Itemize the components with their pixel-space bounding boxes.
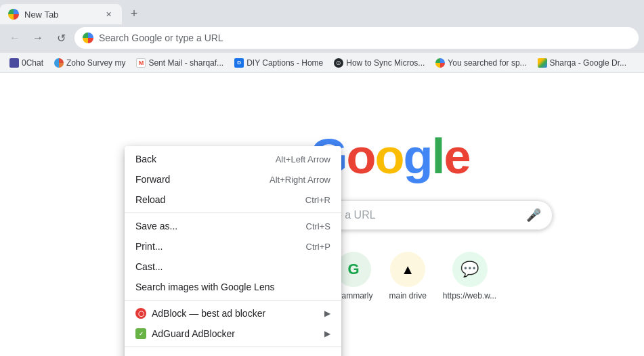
forward-button[interactable]: →	[28, 28, 47, 47]
bookmark-favicon-0chat	[9, 58, 19, 68]
ctx-adblock[interactable]: ◯ AdBlock — best ad blocker ▶	[125, 303, 341, 324]
ctx-view-source[interactable]: View page source Ctrl+U	[125, 350, 341, 356]
adblock-icon: ◯	[135, 308, 146, 319]
ctx-forward-label: Forward	[135, 174, 170, 185]
ctx-back[interactable]: Back Alt+Left Arrow	[125, 149, 341, 169]
ctx-divider-1	[125, 213, 341, 213]
bookmark-favicon-search	[435, 58, 445, 68]
bookmark-label-gmail: Sent Mail - sharqaf...	[148, 58, 223, 68]
bookmark-label-diy: DIY Captions - Home	[246, 58, 323, 68]
ctx-print-shortcut: Ctrl+P	[306, 242, 330, 252]
main-content: Google 🔍 h Google or type a URL 🎤 M MAIL…	[0, 73, 644, 356]
bookmark-label-0chat: 0Chat	[22, 58, 43, 68]
active-tab[interactable]: New Tab ✕	[0, 4, 122, 24]
adguard-icon: ✓	[135, 328, 146, 339]
ctx-back-shortcut: Alt+Left Arrow	[276, 154, 330, 164]
shortcut-drive[interactable]: ▲ main drive	[389, 252, 426, 301]
ctx-cast[interactable]: Cast...	[125, 257, 341, 277]
shortcut-circle-whatsapp: 💬	[452, 252, 488, 287]
url-text: Search Google or type a URL	[99, 32, 630, 43]
shortcut-icon-whatsapp: 💬	[460, 261, 479, 278]
browser-chrome: New Tab ✕ + ← → ↺ Search Google or type …	[0, 0, 644, 73]
bookmark-favicon-drive	[538, 58, 547, 68]
ctx-adblock-content: ◯ AdBlock — best ad blocker	[135, 308, 265, 319]
ctx-forward-shortcut: Alt+Right Arrow	[270, 175, 330, 185]
bookmark-diy[interactable]: D DIY Captions - Home	[230, 57, 327, 69]
bookmark-favicon-gmail: M	[136, 58, 146, 68]
ctx-print-label: Print...	[135, 241, 163, 252]
bookmark-label-github: How to Sync Micros...	[346, 58, 425, 68]
ctx-save[interactable]: Save as... Ctrl+S	[125, 216, 341, 236]
ctx-save-label: Save as...	[135, 221, 177, 231]
bookmark-zoho[interactable]: Zoho Survey my	[50, 57, 129, 69]
bookmark-favicon-github: ⊙	[334, 58, 343, 68]
tab-close-btn[interactable]: ✕	[103, 9, 114, 20]
ctx-divider-2	[125, 300, 341, 301]
bookmark-favicon-diy: D	[234, 58, 244, 68]
ctx-adblock-arrow: ▶	[324, 309, 330, 318]
bookmark-gmail[interactable]: M Sent Mail - sharqaf...	[132, 57, 228, 69]
shortcut-icon-grammarly: G	[348, 261, 360, 278]
ctx-reload[interactable]: Reload Ctrl+R	[125, 190, 341, 210]
ctx-back-label: Back	[135, 154, 156, 164]
tab-favicon	[8, 9, 19, 20]
bookmark-favicon-zoho	[54, 58, 64, 68]
bookmark-drive[interactable]: Sharqa - Google Dr...	[534, 57, 630, 69]
context-menu: Back Alt+Left Arrow Forward Alt+Right Ar…	[125, 146, 341, 356]
address-bar: ← → ↺ Search Google or type a URL	[0, 24, 644, 53]
ctx-print[interactable]: Print... Ctrl+P	[125, 236, 341, 257]
ctx-lens-label: Search images with Google Lens	[135, 282, 274, 292]
bookmark-label-zoho: Zoho Survey my	[66, 58, 125, 68]
shortcut-circle-drive: ▲	[390, 252, 425, 287]
bookmark-label-search: You searched for sp...	[448, 58, 526, 68]
logo-e: e	[444, 129, 469, 183]
logo-o1: o	[347, 129, 375, 183]
ctx-reload-label: Reload	[135, 194, 165, 205]
ctx-divider-3	[125, 347, 341, 347]
url-bar[interactable]: Search Google or type a URL	[74, 27, 639, 49]
bookmark-0chat[interactable]: 0Chat	[5, 57, 47, 69]
bookmark-github[interactable]: ⊙ How to Sync Micros...	[330, 57, 429, 69]
tab-title: New Tab	[24, 9, 98, 20]
logo-o2: o	[374, 129, 403, 183]
ctx-save-shortcut: Ctrl+S	[306, 221, 330, 231]
back-button[interactable]: ←	[5, 28, 24, 47]
ctx-adguard-content: ✓ AdGuard AdBlocker	[135, 328, 235, 339]
shortcut-label-drive: main drive	[389, 291, 426, 301]
bookmarks-bar: 0Chat Zoho Survey my M Sent Mail - sharq…	[0, 53, 644, 73]
shortcut-whatsapp[interactable]: 💬 https://web.w...	[443, 252, 496, 301]
ctx-cast-label: Cast...	[135, 261, 163, 272]
ctx-adguard[interactable]: ✓ AdGuard AdBlocker ▶	[125, 324, 341, 344]
logo-g2: g	[403, 129, 431, 183]
logo-l: l	[431, 129, 444, 183]
tab-bar: New Tab ✕ +	[0, 0, 644, 24]
shortcut-icon-drive: ▲	[401, 262, 414, 277]
ctx-lens[interactable]: Search images with Google Lens	[125, 277, 341, 297]
shortcut-label-whatsapp: https://web.w...	[443, 291, 496, 301]
ctx-reload-shortcut: Ctrl+R	[305, 195, 330, 205]
bookmark-search[interactable]: You searched for sp...	[431, 57, 530, 69]
url-favicon	[83, 32, 93, 43]
ctx-forward[interactable]: Forward Alt+Right Arrow	[125, 169, 341, 190]
new-tab-button[interactable]: +	[125, 4, 144, 23]
ctx-adguard-arrow: ▶	[324, 329, 330, 338]
bookmark-label-drive: Sharqa - Google Dr...	[550, 58, 626, 68]
reload-button[interactable]: ↺	[51, 28, 70, 47]
mic-icon[interactable]: 🎤	[526, 208, 541, 223]
